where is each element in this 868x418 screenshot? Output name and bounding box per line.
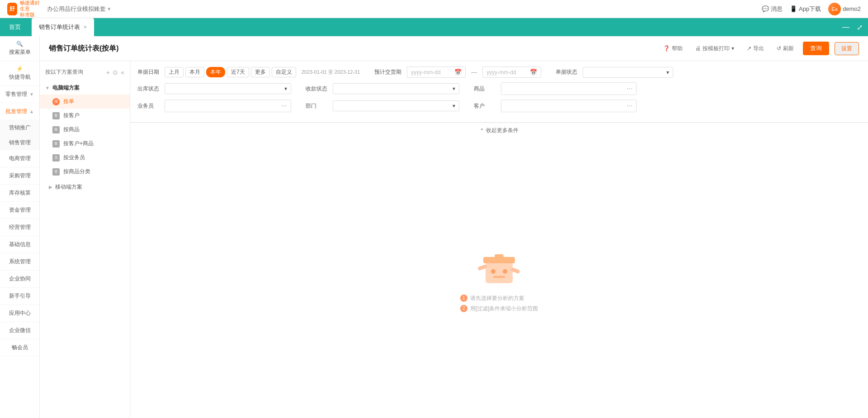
collapse-icon: ⌃ bbox=[480, 128, 484, 134]
date-this-month[interactable]: 本月 bbox=[185, 67, 204, 77]
svg-rect-1 bbox=[483, 257, 515, 263]
tabbar: 首页 销售订单统计表 × — ⤢ bbox=[0, 18, 868, 36]
svg-point-4 bbox=[503, 269, 507, 274]
sidebar-item-finance[interactable]: 资金管理 bbox=[0, 202, 39, 219]
out-status-select[interactable]: ▾ bbox=[165, 83, 291, 94]
logo-text: 畅捷通好生意 标准版 bbox=[20, 0, 43, 18]
sidebar-item-appcenter[interactable]: 应用中心 bbox=[0, 305, 39, 322]
collapse-panel-icon[interactable]: « bbox=[121, 69, 124, 76]
topbar-left: 好 畅捷通好生意 标准版 办公用品行业模拟账套 ▾ bbox=[7, 0, 111, 18]
salesperson-dots[interactable]: ··· bbox=[281, 102, 287, 110]
sidebar-item-basic[interactable]: 基础信息 bbox=[0, 236, 39, 253]
scheme-group-desktop: ▼ 电脑端方案 按 按单 客 按客户 商 按商品 bbox=[40, 81, 130, 179]
status-select[interactable]: ▾ bbox=[583, 67, 673, 78]
date-range-display: 2023-01-01 至 2023-12-31 bbox=[302, 69, 360, 76]
chevron-right-icon: ▶ bbox=[49, 185, 52, 190]
scheme-item-by-customer[interactable]: 客 按客户 bbox=[40, 109, 130, 123]
tab-close-icon[interactable]: × bbox=[84, 24, 87, 30]
tab-minimize-button[interactable]: — bbox=[840, 21, 851, 33]
customer-label: 客户 bbox=[474, 102, 495, 110]
date-label: 单据日期 bbox=[137, 68, 159, 76]
scheme-item-by-category[interactable]: 类 按商品分类 bbox=[40, 165, 130, 179]
empty-hint-1: 请先选择要分析的方案 bbox=[460, 293, 538, 304]
date-last-7-days[interactable]: 近7天 bbox=[227, 67, 249, 77]
sidebar-item-search[interactable]: 🔍 搜索菜单 bbox=[0, 36, 39, 61]
sidebar-item-wechat[interactable]: 企业微信 bbox=[0, 322, 39, 339]
chevron-down-icon: ▾ bbox=[453, 86, 455, 92]
date-more[interactable]: 更多 bbox=[251, 67, 270, 77]
scheme-item-by-customer-goods[interactable]: 客 按客户+商品 bbox=[40, 137, 130, 151]
export-icon: ↗ bbox=[747, 45, 751, 52]
scheme-item-by-order[interactable]: 按 按单 bbox=[40, 95, 130, 109]
filter-area: 单据日期 上月 本月 本年 近7天 更多 自定义 2023-01-01 至 20… bbox=[130, 61, 868, 123]
chevron-up-icon: ▲ bbox=[29, 109, 34, 114]
app-download-button[interactable]: 📱 App下载 bbox=[790, 5, 821, 13]
print-icon: 🖨 bbox=[695, 45, 701, 52]
department-select[interactable]: ▾ bbox=[333, 100, 459, 111]
tab-active[interactable]: 销售订单统计表 × bbox=[32, 18, 94, 36]
scheme-icon-by-order: 按 bbox=[52, 98, 60, 105]
goods-input[interactable]: ··· bbox=[501, 82, 637, 95]
result-area: 请先选择要分析的方案 用[过滤]条件来缩小分析范围 bbox=[130, 138, 868, 418]
query-button[interactable]: 查询 bbox=[803, 42, 829, 55]
goods-label: 商品 bbox=[474, 85, 495, 93]
settings-button[interactable]: 设置 bbox=[835, 42, 859, 55]
expected-date-start[interactable]: yyyy-mm-dd 📅 bbox=[407, 66, 466, 78]
message-icon: 💬 bbox=[762, 5, 769, 12]
date-custom[interactable]: 自定义 bbox=[272, 67, 296, 77]
goods-dots[interactable]: ··· bbox=[627, 85, 632, 93]
chevron-down-icon: ▼ bbox=[29, 92, 34, 97]
search-icon: 🔍 bbox=[16, 41, 23, 47]
scheme-settings-icon[interactable]: ⊙ bbox=[113, 69, 118, 76]
template-print-button[interactable]: 🖨 按模板打印 ▾ bbox=[692, 43, 738, 54]
help-button[interactable]: ❓ 帮助 bbox=[660, 43, 686, 54]
refresh-icon: ↺ bbox=[777, 45, 781, 52]
sidebar-item-shortcut[interactable]: ⚡ 快捷导航 bbox=[0, 61, 39, 86]
scheme-icon-by-customer: 客 bbox=[52, 112, 60, 119]
customer-input[interactable]: ··· bbox=[501, 100, 637, 112]
sidebar-item-guide[interactable]: 新手引导 bbox=[0, 288, 39, 305]
user-menu[interactable]: Ea demo2 bbox=[828, 3, 861, 15]
sidebar-item-enterprise[interactable]: 企业协同 bbox=[0, 271, 39, 288]
scheme-icon-by-goods: 商 bbox=[52, 126, 60, 133]
message-button[interactable]: 💬 消息 bbox=[762, 5, 783, 13]
expected-date-end[interactable]: yyyy-mm-dd 📅 bbox=[482, 66, 541, 78]
refresh-button[interactable]: ↺ 刷新 bbox=[773, 43, 797, 54]
export-button[interactable]: ↗ 导出 bbox=[743, 43, 768, 54]
add-scheme-button[interactable]: + bbox=[106, 69, 110, 76]
chevron-down-icon: ▾ bbox=[284, 86, 287, 92]
sidebar-item-member[interactable]: 畅会员 bbox=[0, 339, 39, 356]
sidebar-item-sales[interactable]: 销售管理 bbox=[0, 135, 39, 150]
tab-home[interactable]: 首页 bbox=[0, 18, 30, 36]
chevron-down-icon: ▾ bbox=[453, 103, 455, 109]
sidebar-item-marketing[interactable]: 营销推广 bbox=[0, 120, 39, 135]
receipt-status-select[interactable]: ▾ bbox=[333, 83, 459, 94]
download-icon: 📱 bbox=[790, 5, 797, 12]
scheme-group-mobile-title[interactable]: ▶ 移动端方案 bbox=[40, 180, 130, 194]
salesperson-input[interactable]: ··· bbox=[165, 100, 291, 112]
calendar-end-icon: 📅 bbox=[530, 69, 537, 76]
tab-maximize-button[interactable]: ⤢ bbox=[855, 21, 864, 33]
sidebar-item-inventory[interactable]: 库存核算 bbox=[0, 185, 39, 202]
scheme-panel-icons: + ⊙ « bbox=[106, 69, 124, 76]
sidebar-item-system[interactable]: 系统管理 bbox=[0, 253, 39, 271]
scheme-group-desktop-title[interactable]: ▼ 电脑端方案 bbox=[40, 81, 130, 95]
date-this-year[interactable]: 本年 bbox=[206, 67, 225, 77]
chevron-down-icon: ▾ bbox=[666, 69, 669, 76]
sidebar-item-purchase[interactable]: 采购管理 bbox=[0, 167, 39, 185]
sidebar-item-operation[interactable]: 经营管理 bbox=[0, 219, 39, 236]
shortcut-icon: ⚡ bbox=[16, 66, 23, 72]
topbar: 好 畅捷通好生意 标准版 办公用品行业模拟账套 ▾ 💬 消息 📱 App下载 E… bbox=[0, 0, 868, 18]
sidebar-item-wholesale[interactable]: 批发管理 ▲ bbox=[0, 103, 39, 120]
svg-rect-0 bbox=[486, 261, 513, 283]
collapse-bar[interactable]: ⌃ 收起更多条件 bbox=[130, 123, 868, 138]
filter-row-2: 出库状态 ▾ 收款状态 ▾ 商品 ··· bbox=[137, 82, 861, 95]
scheme-panel: 按以下方案查询 + ⊙ « ▼ 电脑端方案 按 按单 bbox=[40, 61, 130, 418]
scheme-icon-by-customer-goods: 客 bbox=[52, 140, 60, 147]
date-last-month[interactable]: 上月 bbox=[165, 67, 184, 77]
scheme-item-by-goods[interactable]: 商 按商品 bbox=[40, 123, 130, 137]
scheme-item-by-salesperson[interactable]: 员 按业务员 bbox=[40, 151, 130, 165]
customer-dots[interactable]: ··· bbox=[627, 102, 632, 110]
sidebar-item-retail[interactable]: 零售管理 ▼ bbox=[0, 86, 39, 103]
sidebar-item-ecommerce[interactable]: 电商管理 bbox=[0, 150, 39, 167]
